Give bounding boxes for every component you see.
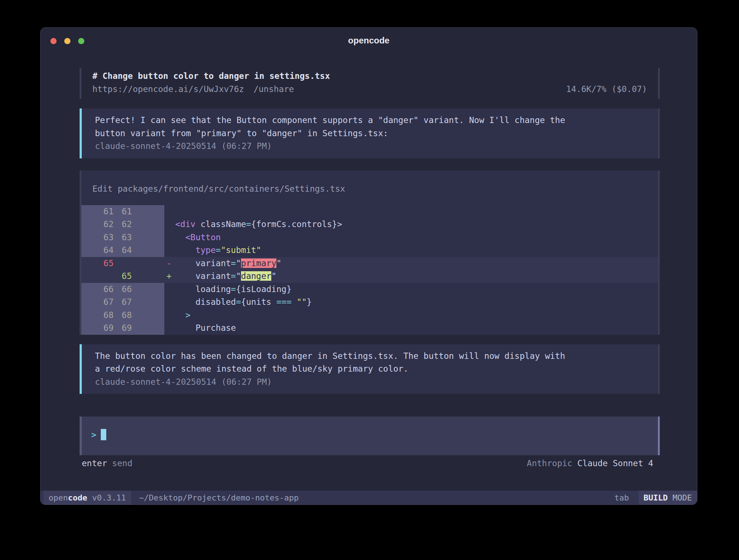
- prompt-input[interactable]: >: [80, 417, 660, 455]
- diff-gutter: 6161: [81, 205, 164, 218]
- diff-row: 6262<div className={formCs.controls}>: [81, 218, 658, 231]
- edit-file-path: Edit packages/frontend/src/containers/Se…: [81, 170, 658, 205]
- diff-marker: [164, 231, 174, 244]
- diff-row: 6868 >: [81, 309, 658, 322]
- model-indicator: Anthropic Claude Sonnet 4: [527, 459, 653, 468]
- diff-gutter: 6767: [81, 296, 164, 309]
- diff-marker: [164, 244, 174, 257]
- message-text: The button color has been changed to dan…: [95, 350, 645, 376]
- hint-row: enter send Anthropic Claude Sonnet 4: [82, 459, 653, 468]
- diff-gutter: 6363: [81, 231, 164, 244]
- app-version-badge: opencode v0.3.11: [43, 491, 131, 505]
- diff-code-line: variant="danger": [174, 270, 276, 283]
- prompt-chevron: >: [91, 430, 96, 440]
- tab-key-hint: tab: [614, 493, 629, 502]
- text-cursor: [101, 429, 106, 440]
- diff-view: 61616262<div className={formCs.controls}…: [81, 205, 658, 335]
- message-text: Perfect! I can see that the Button compo…: [95, 114, 645, 140]
- diff-gutter: 65: [81, 257, 164, 270]
- diff-gutter: 6262: [81, 218, 164, 231]
- diff-marker: [164, 322, 174, 335]
- diff-row: 6969 Purchase: [81, 322, 658, 335]
- diff-code-line: <div className={formCs.controls}>: [174, 218, 342, 231]
- diff-code-line: loading={isLoading}: [174, 283, 292, 296]
- message-meta: claude-sonnet-4-20250514 (06:27 PM): [95, 376, 645, 389]
- diff-row: 6161: [81, 205, 658, 218]
- opencode-window: opencode # Change button color to danger…: [40, 27, 697, 505]
- desktop: { "window": { "title": "opencode" }, "he…: [0, 0, 739, 560]
- diff-gutter: 6666: [81, 283, 164, 296]
- window-title: opencode: [41, 35, 697, 46]
- message-meta: claude-sonnet-4-20250514 (06:27 PM): [95, 140, 645, 153]
- diff-row: 6363 <Button: [81, 231, 658, 244]
- diff-gutter: 6868: [81, 309, 164, 322]
- diff-code-line: variant="primary": [174, 257, 282, 270]
- share-url-link[interactable]: https://opencode.ai/s/UwJxv76z: [92, 84, 244, 94]
- diff-gutter: 6969: [81, 322, 164, 335]
- diff-code-line: [174, 205, 175, 218]
- diff-gutter: 65: [81, 270, 164, 283]
- diff-row: 6464 type="submit": [81, 244, 658, 257]
- diff-marker: -: [164, 257, 174, 270]
- assistant-message: Perfect! I can see that the Button compo…: [80, 108, 660, 158]
- diff-marker: +: [164, 270, 174, 283]
- assistant-message: The button color has been changed to dan…: [80, 344, 660, 394]
- diff-code-line: <Button: [174, 231, 221, 244]
- token-usage: 14.6K/7% ($0.07): [566, 83, 647, 96]
- diff-marker: [164, 296, 174, 309]
- diff-row: 65+ variant="danger": [81, 270, 658, 283]
- unshare-link[interactable]: /unshare: [253, 84, 294, 94]
- diff-row: 65- variant="primary": [81, 257, 658, 270]
- diff-row: 6767 disabled={units === ""}: [81, 296, 658, 309]
- diff-gutter: 6464: [81, 244, 164, 257]
- diff-marker: [164, 283, 174, 296]
- diff-code-line: >: [174, 309, 191, 322]
- diff-code-line: type="submit": [174, 244, 261, 257]
- send-hint: enter send: [82, 459, 133, 468]
- edit-tool-card: Edit packages/frontend/src/containers/Se…: [80, 170, 660, 335]
- diff-marker: [164, 205, 174, 218]
- diff-marker: [164, 309, 174, 322]
- working-directory: ~/Desktop/Projects/demo-notes-app: [139, 493, 299, 502]
- diff-row: 6666 loading={isLoading}: [81, 283, 658, 296]
- diff-marker: [164, 218, 174, 231]
- titlebar: opencode: [41, 28, 697, 49]
- session-title: # Change button color to danger in setti…: [92, 69, 647, 83]
- diff-code-line: disabled={units === ""}: [174, 296, 312, 309]
- session-header: # Change button color to danger in setti…: [80, 68, 660, 99]
- status-bar: opencode v0.3.11 ~/Desktop/Projects/demo…: [41, 491, 697, 505]
- diff-code-line: Purchase: [174, 322, 236, 335]
- mode-badge: BUILD MODE: [639, 491, 697, 505]
